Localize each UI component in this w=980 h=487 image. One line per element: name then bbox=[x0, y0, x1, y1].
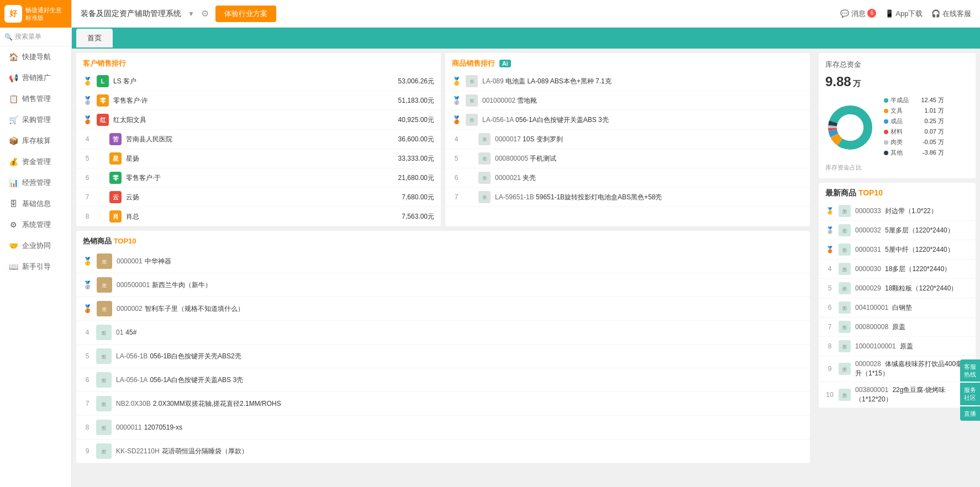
customer-ranking-title: 客户销售排行 bbox=[83, 59, 126, 67]
new-rank-num: 7 bbox=[825, 323, 834, 331]
legend-dot bbox=[884, 140, 888, 145]
customer-amount: 36,600.00元 bbox=[398, 135, 434, 144]
float-btn-2[interactable]: 直播 bbox=[960, 406, 980, 421]
new-thumb: 图 bbox=[839, 389, 851, 401]
product-ranking-title: 商品销售排行 Ai bbox=[452, 59, 511, 67]
product-thumb: 图 bbox=[466, 75, 478, 87]
legend-dot bbox=[884, 130, 888, 134]
rank-num: 4 bbox=[83, 135, 92, 143]
float-btn-1[interactable]: 服务 社区 bbox=[960, 383, 980, 405]
customer-name: 星扬 bbox=[126, 154, 394, 163]
nav-label-8: 系统管理 bbox=[22, 220, 51, 230]
new-item-8: 9 图 0000028 体缄嘉枝味苏打饮品400毫升（1*15） bbox=[819, 356, 976, 382]
new-products-title: 最新商品 bbox=[825, 188, 858, 197]
legend-label: 其他 bbox=[891, 149, 909, 157]
customer-name: 零售客户·于 bbox=[126, 173, 394, 183]
new-info: 10000100001 原盖 bbox=[855, 342, 969, 351]
product-medal-icon: 🥉 bbox=[452, 115, 461, 124]
new-info: 0000030 18多层（1220*2440） bbox=[855, 264, 969, 274]
app-download[interactable]: 📱 App下载 bbox=[885, 9, 923, 19]
sidebar-search[interactable]: 🔍 搜索菜单 bbox=[0, 28, 71, 46]
nav-icon-9: 🤝 bbox=[9, 241, 18, 250]
svg-text:图: 图 bbox=[842, 367, 847, 372]
hot-medal-icon: 🥈 bbox=[83, 280, 92, 289]
content-area: 客户销售排行 🥇 L LS 客户 53,006.26元 🥈 零 零售客户·许 5… bbox=[72, 49, 980, 487]
svg-text:图: 图 bbox=[842, 248, 847, 253]
hot-info: 000500001新西兰牛肉（新牛） bbox=[117, 280, 803, 290]
nav-label-7: 基础信息 bbox=[22, 199, 51, 209]
new-info: 000800008 原盖 bbox=[855, 322, 969, 332]
nav-icon-7: 🗄 bbox=[9, 199, 18, 208]
sidebar-item-2[interactable]: 📋销售管理 bbox=[0, 88, 71, 109]
app-logo: 好 畅捷通好生意 标准版 bbox=[0, 0, 71, 28]
float-btn-0[interactable]: 客服 热线 bbox=[960, 359, 980, 382]
dropdown-arrow-icon[interactable]: ▼ bbox=[188, 10, 194, 18]
product-thumb: 图 bbox=[478, 152, 491, 165]
nav-label-1: 营销推广 bbox=[22, 73, 51, 83]
customer-row-1: 🥈 零 零售客户·许 51,183.00元 bbox=[76, 91, 441, 110]
svg-text:图: 图 bbox=[842, 393, 847, 398]
svg-text:图: 图 bbox=[102, 378, 106, 383]
svg-text:图: 图 bbox=[842, 287, 847, 292]
new-rank-num: 10 bbox=[825, 391, 834, 399]
hot-medal-icon: 🥇 bbox=[83, 257, 92, 266]
new-info: 003800001 22g鱼豆腐-烧烤味（1*12*20） bbox=[855, 385, 969, 404]
hot-item-4: 5 图 LA-056-1B056-1B白色按键开关壳ABS2壳 bbox=[76, 345, 810, 368]
nav-icon-4: 📦 bbox=[9, 136, 18, 145]
product-rank-num: 5 bbox=[452, 155, 461, 162]
sidebar-item-3[interactable]: 🛒采购管理 bbox=[0, 109, 71, 130]
sidebar-item-10[interactable]: 📖新手引导 bbox=[0, 256, 71, 277]
customer-avatar: 零 bbox=[109, 172, 122, 184]
rank-num: 8 bbox=[83, 213, 92, 220]
product-thumb: 图 bbox=[466, 114, 478, 126]
product-row-3: 4 图 0000017 10S 变刹罗刹 bbox=[445, 130, 810, 149]
customer-name: 零售客户·许 bbox=[113, 96, 394, 105]
tabbar: 首页 bbox=[72, 28, 980, 49]
tab-home[interactable]: 首页 bbox=[76, 29, 113, 47]
hot-info: 0000001中华神器 bbox=[117, 257, 803, 266]
svg-text:图: 图 bbox=[842, 325, 847, 330]
trial-button[interactable]: 体验行业方案 bbox=[215, 6, 276, 22]
customer-name: 苦南县人民医院 bbox=[126, 135, 394, 144]
customer-row-2: 🥉 红 红太阳文具 40,925.00元 bbox=[76, 110, 441, 130]
sidebar-item-1[interactable]: 📢营销推广 bbox=[0, 67, 71, 88]
hot-rank-num: 9 bbox=[83, 447, 92, 455]
settings-icon[interactable]: ⚙ bbox=[201, 8, 209, 19]
medal-icon: 🥈 bbox=[83, 96, 92, 105]
product-ranking-panel: 商品销售排行 Ai 🥇 图 LA-089 电池盖 LA-089 ABS本色+黑种… bbox=[445, 53, 810, 226]
sidebar-item-6[interactable]: 📊经营管理 bbox=[0, 172, 71, 193]
legend-item-2: 成品 0.25 万 bbox=[884, 117, 944, 125]
customer-name: 云扬 bbox=[126, 193, 397, 202]
new-rank-num: 6 bbox=[825, 304, 834, 311]
sidebar-item-4[interactable]: 📦库存核算 bbox=[0, 130, 71, 151]
message-area[interactable]: 💬 消息 6 bbox=[840, 9, 876, 19]
donut-chart bbox=[825, 103, 875, 152]
hot-thumb: 图 bbox=[96, 396, 112, 411]
product-row-4: 5 图 000800005 手机测试 bbox=[445, 149, 810, 168]
nav-icon-2: 📋 bbox=[9, 94, 18, 103]
new-products-panel: 最新商品 TOP10 🥇 图 0000033 封边带（1.0*22） 🥈 图 0… bbox=[819, 183, 976, 408]
new-info: 0000028 体缄嘉枝味苏打饮品400毫升（1*15） bbox=[855, 359, 969, 378]
product-row-6: 7 图 LA-59651-1B 59651-1B旋转投影灯电池盒ABS黑色+58… bbox=[445, 188, 810, 207]
phone-icon: 📱 bbox=[885, 9, 894, 18]
hot-item-0: 🥇 图 0000001中华神器 bbox=[76, 250, 810, 273]
sidebar-item-9[interactable]: 🤝企业协同 bbox=[0, 235, 71, 256]
message-icon: 💬 bbox=[840, 9, 849, 18]
sidebar-item-7[interactable]: 🗄基础信息 bbox=[0, 193, 71, 214]
nav-icon-3: 🛒 bbox=[9, 115, 18, 124]
online-service[interactable]: 🎧 在线客服 bbox=[931, 9, 971, 19]
sidebar-item-0[interactable]: 🏠快捷导航 bbox=[0, 46, 71, 67]
sidebar-item-8[interactable]: ⚙系统管理 bbox=[0, 214, 71, 235]
legend-value: 0.25 万 bbox=[911, 117, 944, 125]
sidebar-item-5[interactable]: 💰资金管理 bbox=[0, 151, 71, 172]
nav-label-4: 库存核算 bbox=[22, 136, 51, 146]
new-thumb: 图 bbox=[839, 244, 851, 256]
rank-num: 5 bbox=[83, 155, 92, 162]
customer-row-3: 4 苦 苦南县人民医院 36,600.00元 bbox=[76, 130, 441, 149]
stock-total: 9.88 万 bbox=[825, 74, 969, 89]
customer-amount: 21,680.00元 bbox=[398, 173, 434, 183]
hot-thumb: 图 bbox=[96, 348, 112, 364]
hot-products-panel: 热销商品 TOP10 🥇 图 0000001中华神器 🥈 图 000500001… bbox=[76, 231, 810, 463]
new-info: 0000031 5厘中纤（1220*2440） bbox=[855, 245, 969, 255]
customer-name: LS 客户 bbox=[113, 77, 394, 86]
